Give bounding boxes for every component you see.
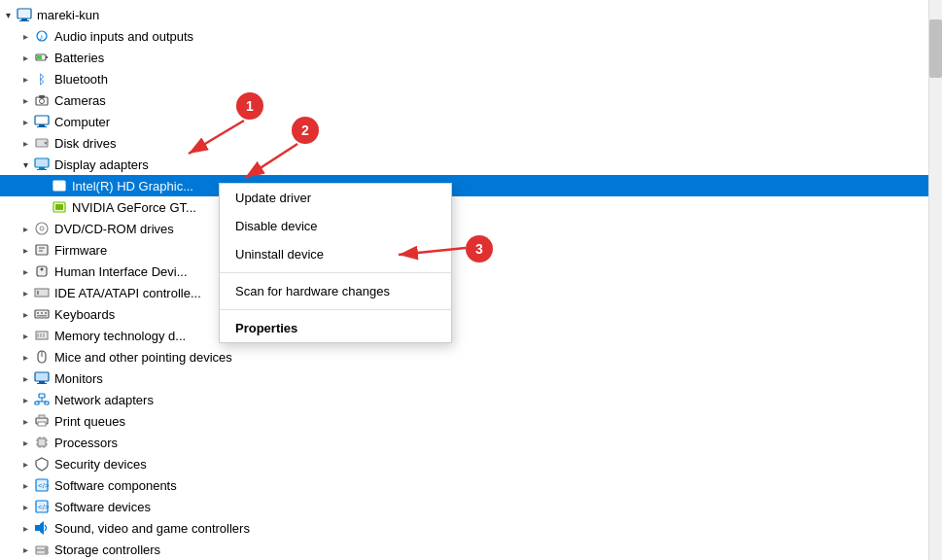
device-tree[interactable]: ▾ mareki-kun ▸♪Audio inputs and outputs▸… — [0, 0, 928, 560]
svg-rect-2 — [19, 20, 29, 21]
tree-item-memory[interactable]: ▸Memory technology d... — [0, 325, 928, 346]
svg-rect-20 — [37, 169, 47, 170]
icon-display — [33, 156, 51, 173]
label-bluetooth: Bluetooth — [54, 72, 921, 87]
expander-mice[interactable]: ▸ — [17, 349, 33, 365]
tree-item-monitors[interactable]: ▸Monitors — [0, 368, 928, 389]
tree-item-processors[interactable]: ▸Processors — [0, 432, 928, 453]
expander-firmware[interactable]: ▸ — [17, 242, 33, 258]
svg-rect-47 — [37, 383, 47, 384]
tree-item-hid[interactable]: ▸Human Interface Devi... — [0, 261, 928, 282]
expander-sound[interactable]: ▸ — [17, 520, 33, 536]
label-intel: Intel(R) HD Graphic... — [72, 179, 921, 193]
expander-keyboards[interactable]: ▸ — [17, 306, 33, 322]
tree-item-nvidia[interactable]: NVIDIA GeForce GT... — [0, 196, 928, 218]
label-batteries: Batteries — [54, 51, 921, 65]
tree-item-ide[interactable]: ▸IDE ATA/ATAPI controlle... — [0, 282, 928, 303]
svg-rect-12 — [39, 95, 45, 98]
svg-point-31 — [41, 268, 44, 271]
icon-softcomp: </> — [33, 476, 51, 494]
context-menu-item-disable[interactable]: Disable device — [220, 212, 451, 240]
expander-cameras[interactable]: ▸ — [17, 92, 33, 108]
tree-item-disk[interactable]: ▸Disk drives — [0, 132, 928, 154]
tree-item-keyboards[interactable]: ▸Keyboards — [0, 303, 928, 325]
expander-disk[interactable]: ▸ — [17, 135, 33, 151]
expander-softdev[interactable]: ▸ — [17, 499, 33, 514]
icon-keyboards — [33, 305, 51, 323]
svg-rect-13 — [35, 116, 49, 124]
context-menu-item-uninstall[interactable]: Uninstall device — [220, 240, 451, 268]
expander-dvd[interactable]: ▸ — [17, 221, 33, 236]
svg-point-25 — [36, 223, 48, 234]
icon-disk — [33, 134, 51, 152]
tree-item-network[interactable]: ▸Network adapters — [0, 389, 928, 410]
label-monitors: Monitors — [54, 371, 921, 386]
expander-storage[interactable]: ▸ — [17, 542, 33, 557]
svg-rect-46 — [39, 381, 45, 383]
tree-item-bluetooth[interactable]: ▸ᛒBluetooth — [0, 68, 928, 89]
root-node[interactable]: ▾ mareki-kun — [0, 4, 928, 25]
svg-rect-8 — [37, 55, 42, 59]
context-menu-item-scan[interactable]: Scan for hardware changes — [220, 277, 451, 305]
scrollbar[interactable] — [928, 0, 942, 560]
expander-print[interactable]: ▸ — [17, 413, 33, 429]
tree-item-audio[interactable]: ▸♪Audio inputs and outputs — [0, 25, 928, 47]
expander-bluetooth[interactable]: ▸ — [17, 71, 33, 87]
expander-batteries[interactable]: ▸ — [17, 50, 33, 65]
expander-memory[interactable]: ▸ — [17, 328, 33, 343]
svg-point-74 — [45, 551, 47, 553]
icon-ide — [33, 284, 51, 301]
icon-mice — [33, 348, 51, 366]
context-menu-item-update[interactable]: Update driver — [220, 184, 451, 212]
svg-rect-36 — [41, 312, 43, 314]
label-display: Display adapters — [54, 158, 921, 172]
annotation-2: 2 — [292, 117, 319, 144]
label-network: Network adapters — [54, 393, 921, 407]
icon-processors — [33, 434, 51, 451]
expander-intel[interactable] — [35, 178, 51, 193]
expander-display[interactable]: ▾ — [17, 157, 33, 172]
label-mice: Mice and other pointing devices — [54, 350, 921, 365]
tree-item-softdev[interactable]: ▸</>Software devices — [0, 496, 928, 517]
icon-hid — [33, 262, 51, 280]
tree-item-batteries[interactable]: ▸Batteries — [0, 47, 928, 68]
tree-item-sound[interactable]: ▸Sound, video and game controllers — [0, 517, 928, 539]
svg-rect-19 — [39, 167, 45, 169]
tree-item-firmware[interactable]: ▸Firmware — [0, 239, 928, 261]
expander-softcomp[interactable]: ▸ — [17, 477, 33, 493]
icon-print — [33, 412, 51, 430]
tree-item-storage[interactable]: ▸Storage controllers — [0, 539, 928, 560]
expander-computer[interactable]: ▸ — [17, 114, 33, 129]
label-hid: Human Interface Devi... — [54, 264, 921, 279]
tree-item-softcomp[interactable]: ▸</>Software components — [0, 474, 928, 496]
svg-text:ᛒ: ᛒ — [38, 72, 46, 87]
tree-item-intel[interactable]: Intel(R) HD Graphic... — [0, 175, 928, 196]
scrollbar-thumb[interactable] — [929, 19, 942, 78]
expander-network[interactable]: ▸ — [17, 392, 33, 407]
svg-rect-27 — [36, 245, 48, 255]
expander-monitors[interactable]: ▸ — [17, 370, 33, 386]
label-storage: Storage controllers — [54, 542, 921, 557]
label-softdev: Software devices — [54, 500, 921, 514]
tree-item-mice[interactable]: ▸Mice and other pointing devices — [0, 346, 928, 368]
expander-security[interactable]: ▸ — [17, 456, 33, 472]
icon-intel — [51, 177, 68, 194]
tree-item-dvd[interactable]: ▸DVD/CD-ROM drives — [0, 218, 928, 239]
context-menu-item-properties[interactable]: Properties — [220, 314, 451, 342]
expander-ide[interactable]: ▸ — [17, 285, 33, 300]
device-manager-panel: ▾ mareki-kun ▸♪Audio inputs and outputs▸… — [0, 0, 928, 560]
svg-text:</>: </> — [38, 481, 50, 490]
icon-cameras — [33, 91, 51, 109]
expander-hid[interactable]: ▸ — [17, 263, 33, 279]
expander-nvidia[interactable] — [35, 199, 51, 215]
expander-audio[interactable]: ▸ — [17, 28, 33, 44]
root-expander[interactable]: ▾ — [0, 7, 16, 22]
svg-rect-15 — [37, 126, 47, 127]
tree-item-security[interactable]: ▸Security devices — [0, 453, 928, 474]
label-dvd: DVD/CD-ROM drives — [54, 222, 921, 236]
expander-processors[interactable]: ▸ — [17, 435, 33, 450]
tree-item-print[interactable]: ▸Print queues — [0, 410, 928, 432]
tree-item-display[interactable]: ▾Display adapters — [0, 154, 928, 175]
tree-item-computer[interactable]: ▸Computer — [0, 111, 928, 132]
tree-item-cameras[interactable]: ▸Cameras — [0, 89, 928, 111]
